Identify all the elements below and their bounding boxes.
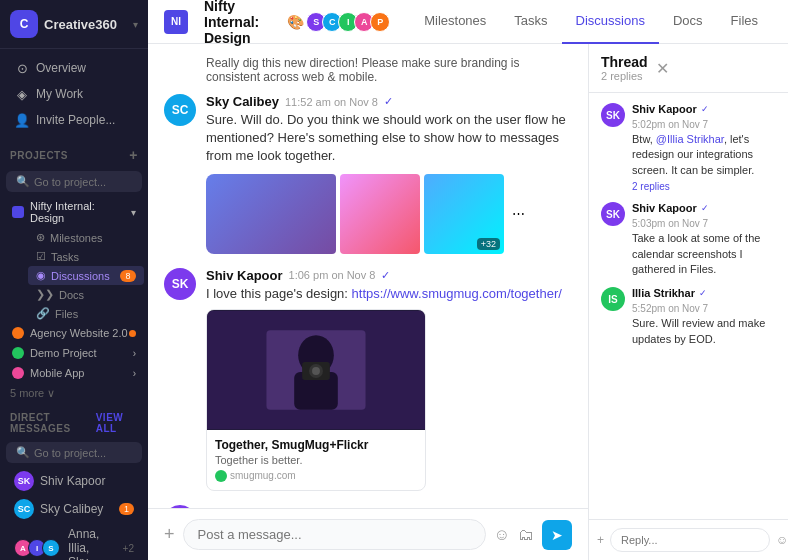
message-author-2: Shiv Kapoor <box>206 268 283 283</box>
tab-files[interactable]: Files <box>717 0 772 44</box>
preview-desc: Together is better. <box>215 454 417 466</box>
project-item-agency[interactable]: Agency Website 2.0 <box>4 323 144 343</box>
chevron-icon: › <box>133 368 136 379</box>
view-all-link[interactable]: View all <box>96 412 138 434</box>
thread-text-1: Btw, @Illia Strikhar, let's redesign our… <box>632 132 776 178</box>
nifty-sub-items: ⊛ Milestones ☑ Tasks ◉ Discussions 8 ❯❯ … <box>0 228 148 323</box>
check-icon-t1: ✓ <box>701 104 709 114</box>
project-name-mobile: Mobile App <box>30 367 133 379</box>
chat-message-input[interactable] <box>183 519 486 550</box>
preview-title: Together, SmugMug+Flickr <box>215 438 417 452</box>
thread-plus-button[interactable]: + <box>597 533 604 547</box>
sidebar-item-tasks[interactable]: ☑ Tasks <box>28 247 144 266</box>
sidebar-item-milestones[interactable]: ⊛ Milestones <box>28 228 144 247</box>
dm-badge-sky: 1 <box>119 503 134 515</box>
nav-tabs: Milestones Tasks Discussions Docs Files <box>410 0 772 44</box>
check-icon-1: ✓ <box>384 95 393 108</box>
partial-message: Really dig this new direction! Please ma… <box>164 56 572 84</box>
app-logo-icon: C <box>10 10 38 38</box>
close-thread-button[interactable]: ✕ <box>656 59 669 78</box>
thread-panel: Thread 2 replies ✕ SK Shiv Kapoor ✓ 5:02… <box>588 44 788 560</box>
tasks-icon: ☑ <box>36 250 46 263</box>
tab-docs[interactable]: Docs <box>659 0 717 44</box>
message-header-1: Sky Calibey 11:52 am on Nov 8 ✓ <box>206 94 572 109</box>
thread-input-area: + ☺ 📎 <box>589 519 788 560</box>
thread-emoji-button[interactable]: ☺ <box>776 533 788 547</box>
attach-button[interactable]: + <box>164 524 175 545</box>
sidebar-item-label: Invite People... <box>36 113 134 127</box>
dm-search-input[interactable] <box>34 447 132 459</box>
project-name-agency: Agency Website 2.0 <box>30 327 129 339</box>
thread-author-2: Shiv Kapoor <box>632 202 697 214</box>
thread-avatar-2: SK <box>601 202 625 226</box>
avatar-shiv: SK <box>14 471 34 491</box>
sidebar-item-overview[interactable]: ⊙ Overview <box>4 55 144 81</box>
project-item-demo[interactable]: Demo Project › <box>4 343 144 363</box>
add-project-button[interactable]: + <box>129 147 138 163</box>
thread-msg-3: IS Illia Strikhar ✓ 5:52pm on Nov 7 Sure… <box>601 287 776 347</box>
project-item-nifty[interactable]: Nifty Internal: Design ▾ <box>4 196 144 228</box>
message-images-1: +32 ⋯ <box>206 174 572 254</box>
sidebar-item-files[interactable]: 🔗 Files <box>28 304 144 323</box>
member-avatar-5: P <box>370 12 390 32</box>
tab-tasks[interactable]: Tasks <box>500 0 561 44</box>
thread-replies-link-1[interactable]: 2 replies <box>632 181 776 192</box>
check-icon-2: ✓ <box>381 269 390 282</box>
project-search-input[interactable] <box>34 176 132 188</box>
chat-main: Really dig this new direction! Please ma… <box>148 44 588 560</box>
search-icon: 🔍 <box>16 446 30 459</box>
sidebar: C Creative360 ▾ ⊙ Overview ◈ My Work 👤 I… <box>0 0 148 560</box>
thread-time-2: 5:03pm on Nov 7 <box>632 218 708 229</box>
sidebar-item-my-work[interactable]: ◈ My Work <box>4 81 144 107</box>
image-2 <box>340 174 420 254</box>
image-more-icon[interactable]: ⋯ <box>508 174 528 254</box>
message-text-2: I love this page's design: https://www.s… <box>206 285 572 303</box>
message-header-2: Shiv Kapoor 1:06 pm on Nov 8 ✓ <box>206 268 572 283</box>
clip-icon[interactable]: 🗂 <box>518 526 534 544</box>
tab-discussions[interactable]: Discussions <box>562 0 659 44</box>
chat-wrapper: Really dig this new direction! Please ma… <box>148 44 788 560</box>
thread-reply-count: 2 replies <box>601 70 648 82</box>
top-nav: NI Nifty Internal: Design 🎨 S C I A P Mi… <box>148 0 788 44</box>
thread-title: Thread <box>601 54 648 70</box>
tab-milestones[interactable]: Milestones <box>410 0 500 44</box>
chevron-down-icon: ▾ <box>131 207 136 218</box>
docs-icon: ❯❯ <box>36 288 54 301</box>
plus-count: +2 <box>123 543 134 554</box>
dm-item-shiv[interactable]: SK Shiv Kapoor <box>4 467 144 495</box>
discussions-badge: 8 <box>120 270 136 282</box>
thread-msg-content-3: Illia Strikhar ✓ 5:52pm on Nov 7 Sure. W… <box>632 287 776 347</box>
send-button[interactable]: ➤ <box>542 520 572 550</box>
dm-section-header: DIRECT MESSAGES View all <box>0 404 148 438</box>
dm-item-group[interactable]: A I S Anna, Illia, Sky... +2 <box>4 523 144 560</box>
project-dot-agency <box>129 330 136 337</box>
thread-reply-input[interactable] <box>610 528 770 552</box>
project-item-mobile[interactable]: Mobile App › <box>4 363 144 383</box>
sidebar-nav: ⊙ Overview ◈ My Work 👤 Invite People... <box>0 49 148 139</box>
sidebar-item-invite[interactable]: 👤 Invite People... <box>4 107 144 133</box>
my-work-icon: ◈ <box>14 86 30 102</box>
chat-messages: Really dig this new direction! Please ma… <box>148 44 588 508</box>
image-3: +32 <box>424 174 504 254</box>
preview-url: smugmug.com <box>215 470 417 482</box>
dm-search[interactable]: 🔍 <box>6 442 142 463</box>
projects-more-link[interactable]: 5 more ∨ <box>0 383 148 404</box>
message-time-1: 11:52 am on Nov 8 <box>285 96 378 108</box>
chat-input-area: + ☺ 🗂 ➤ <box>148 508 588 560</box>
sidebar-item-label: My Work <box>36 87 134 101</box>
smugmug-link[interactable]: https://www.smugmug.com/together/ <box>352 286 562 301</box>
message-group-2: SK Shiv Kapoor 1:06 pm on Nov 8 ✓ I love… <box>164 268 572 491</box>
sidebar-logo[interactable]: C Creative360 ▾ <box>0 0 148 49</box>
thread-header: Thread 2 replies ✕ <box>589 44 788 93</box>
chevron-icon: › <box>133 348 136 359</box>
sidebar-item-discussions[interactable]: ◉ Discussions 8 <box>28 266 144 285</box>
sidebar-item-label: Overview <box>36 61 134 75</box>
avatar-sky: SC <box>14 499 34 519</box>
dm-item-sky[interactable]: SC Sky Calibey 1 <box>4 495 144 523</box>
thread-input-icons: ☺ 📎 <box>776 533 788 547</box>
sidebar-item-docs[interactable]: ❯❯ Docs <box>28 285 144 304</box>
thread-msg-content-1: Shiv Kapoor ✓ 5:02pm on Nov 7 Btw, @Illi… <box>632 103 776 192</box>
project-search[interactable]: 🔍 <box>6 171 142 192</box>
emoji-button[interactable]: ☺ <box>494 526 510 544</box>
files-icon: 🔗 <box>36 307 50 320</box>
